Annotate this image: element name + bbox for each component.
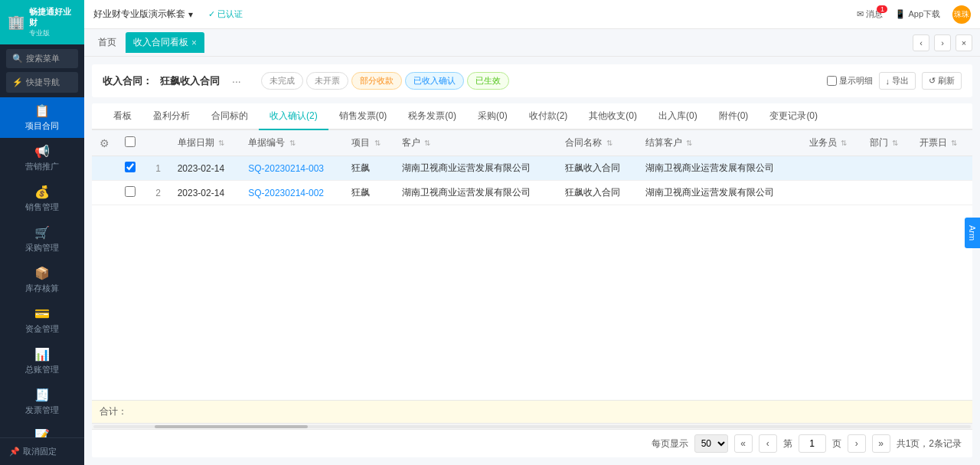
tab-income-confirm[interactable]: 收入确认(2) [259, 103, 328, 130]
arm-button[interactable]: Arm [965, 217, 980, 247]
sidebar-bottom: 📌 取消固定 [0, 437, 84, 465]
open-date-column-header[interactable]: 开票日 ⇅ [912, 130, 972, 156]
project-sort-icon: ⇅ [374, 139, 381, 147]
row1-checkbox-input[interactable] [125, 162, 136, 172]
row1-customer: 湖南卫视商业运营发展有限公司 [394, 156, 558, 181]
close-tab-button[interactable]: × [191, 38, 197, 48]
general-icon: 📊 [34, 347, 50, 362]
last-page-button[interactable]: » [872, 434, 890, 453]
pagination: 每页显示 50 « ‹ 第 页 › » 共1页，2条记录 [92, 429, 972, 457]
row2-order-no[interactable]: SQ-20230214-002 [240, 181, 344, 205]
sidebar-item-tax[interactable]: 📝 税务管理 [0, 422, 84, 437]
tab-change-log[interactable]: 变更记录(0) [759, 103, 828, 130]
sidebar-item-inventory[interactable]: 📦 库存核算 [0, 260, 84, 300]
avatar[interactable]: 珠珠 [952, 5, 971, 24]
tab-tax-invoice[interactable]: 税务发票(0) [397, 103, 467, 130]
logo-icon: 🏢 [8, 14, 24, 31]
date-column-header[interactable]: 单据日期 ⇅ [170, 130, 241, 156]
page-number-input[interactable] [799, 434, 826, 453]
open-date-sort-icon: ⇅ [951, 139, 957, 147]
contract-name: 狂飙收入合同 [160, 74, 220, 88]
detail-checkbox-input[interactable] [827, 76, 837, 86]
tab-other-receipt[interactable]: 其他收支(0) [578, 103, 648, 130]
status-confirmed-button[interactable]: 已收入确认 [405, 72, 464, 90]
tab-navigation: ‹ › × [913, 34, 972, 51]
table-container: ⚙ 单据日期 ⇅ 单据编号 [92, 130, 972, 400]
scrollbar-track [93, 425, 971, 428]
tab-next-button[interactable]: › [934, 34, 951, 51]
tab-in-out[interactable]: 出入库(0) [648, 103, 708, 130]
nav-icon: ⚡ [12, 77, 23, 87]
app-download-button[interactable]: 📱 App下载 [895, 8, 940, 20]
header-actions: 显示明细 ↓ 导出 ↺ 刷新 [827, 72, 962, 90]
refresh-icon: ↺ [929, 76, 936, 86]
column-settings-icon[interactable]: ⚙ [100, 137, 109, 149]
status-partial-button[interactable]: 部分收款 [351, 72, 402, 90]
order-no-column-header[interactable]: 单据编号 ⇅ [240, 130, 344, 156]
tab-payment[interactable]: 收付款(2) [518, 103, 579, 130]
home-tab[interactable]: 首页 [92, 33, 122, 52]
tab-contract-std[interactable]: 合同标的 [201, 103, 259, 130]
sidebar-item-funds[interactable]: 💳 资金管理 [0, 300, 84, 341]
salesperson-sort-icon: ⇅ [841, 139, 847, 147]
customer-column-header[interactable]: 客户 ⇅ [394, 130, 558, 156]
settlement-customer-column-header[interactable]: 结算客户 ⇅ [638, 130, 802, 156]
sidebar-item-sales[interactable]: 💰 销售管理 [0, 178, 84, 219]
tab-profit[interactable]: 盈利分析 [142, 103, 201, 130]
sidebar-item-purchase[interactable]: 🛒 采购管理 [0, 219, 84, 260]
settings-column-header: ⚙ [92, 130, 117, 156]
sidebar-item-marketing[interactable]: 📢 营销推广 [0, 138, 84, 178]
table-row[interactable]: 2 2023-02-14 SQ-20230214-002 狂飙 湖南卫视商业运营… [92, 181, 972, 205]
tab-purchase[interactable]: 采购(0) [467, 103, 518, 130]
table-row[interactable]: 1 2023-02-14 SQ-20230214-003 狂飙 湖南卫视商业运营… [92, 156, 972, 181]
refresh-button[interactable]: ↺ 刷新 [922, 72, 962, 90]
sidebar-item-general[interactable]: 📊 总账管理 [0, 341, 84, 381]
department-column-header[interactable]: 部门 ⇅ [862, 130, 912, 156]
status-incomplete-button[interactable]: 未完成 [261, 72, 303, 90]
salesperson-column-header[interactable]: 业务员 ⇅ [802, 130, 862, 156]
department-sort-icon: ⇅ [892, 139, 898, 147]
tab-kanban[interactable]: 看板 [103, 103, 142, 130]
row1-order-link[interactable]: SQ-20230214-003 [248, 163, 324, 174]
status-effective-button[interactable]: 已生效 [467, 72, 509, 90]
first-page-button[interactable]: « [734, 434, 753, 453]
next-page-button[interactable]: › [848, 434, 866, 453]
sidebar-item-project[interactable]: 📋 项目合同 [0, 97, 84, 138]
export-button[interactable]: ↓ 导出 [879, 72, 916, 90]
tax-icon: 📝 [34, 428, 50, 437]
messages-button[interactable]: ✉ 消息 1 [857, 8, 883, 20]
horizontal-scrollbar[interactable] [92, 423, 972, 429]
prev-page-button[interactable]: ‹ [759, 434, 777, 453]
more-options-button[interactable]: ··· [227, 75, 246, 87]
company-selector[interactable]: 好业财专业版演示帐套 ▾ [93, 8, 193, 21]
income-contract-tab[interactable]: 收入合同看板 × [126, 32, 204, 53]
row1-project: 狂飙 [344, 156, 394, 181]
scrollbar-thumb[interactable] [155, 425, 308, 428]
sidebar-nav: 📋 项目合同 📢 营销推广 💰 销售管理 🛒 采购管理 📦 库存核算 💳 资金管… [0, 97, 84, 437]
row2-project: 狂飙 [344, 181, 394, 205]
project-column-header[interactable]: 项目 ⇅ [344, 130, 394, 156]
row1-order-no[interactable]: SQ-20230214-003 [240, 156, 344, 181]
row2-checkbox-input[interactable] [125, 186, 136, 197]
order-sort-icon: ⇅ [289, 139, 296, 147]
tab-close-button[interactable]: × [956, 34, 972, 51]
contract-header-label: 收入合同： [103, 74, 152, 88]
status-uninvoiced-button[interactable]: 未开票 [306, 72, 348, 90]
per-page-select[interactable]: 50 [694, 434, 728, 453]
tab-prev-button[interactable]: ‹ [913, 34, 929, 51]
topbar-right: ✉ 消息 1 📱 App下载 珠珠 [857, 5, 971, 24]
sidebar-item-invoice[interactable]: 🧾 发票管理 [0, 381, 84, 422]
contract-name-column-header[interactable]: 合同名称 ⇅ [557, 130, 638, 156]
quick-nav-button[interactable]: ⚡ 快捷导航 [6, 72, 78, 93]
select-all-checkbox[interactable] [125, 136, 136, 147]
data-table: ⚙ 单据日期 ⇅ 单据编号 [92, 130, 972, 205]
tab-attachment[interactable]: 附件(0) [708, 103, 760, 130]
checkbox-column-header [117, 130, 147, 156]
tab-sales-invoice[interactable]: 销售发票(0) [328, 103, 398, 130]
tabbar: 首页 收入合同看板 × ‹ › × [84, 29, 980, 57]
show-detail-checkbox[interactable]: 显示明细 [827, 75, 873, 87]
unpin-button[interactable]: 📌 取消固定 [5, 443, 80, 460]
row2-order-link[interactable]: SQ-20230214-002 [248, 188, 324, 198]
check-icon: ✓ [208, 9, 215, 19]
search-menu-button[interactable]: 🔍 搜索菜单 [6, 49, 78, 68]
